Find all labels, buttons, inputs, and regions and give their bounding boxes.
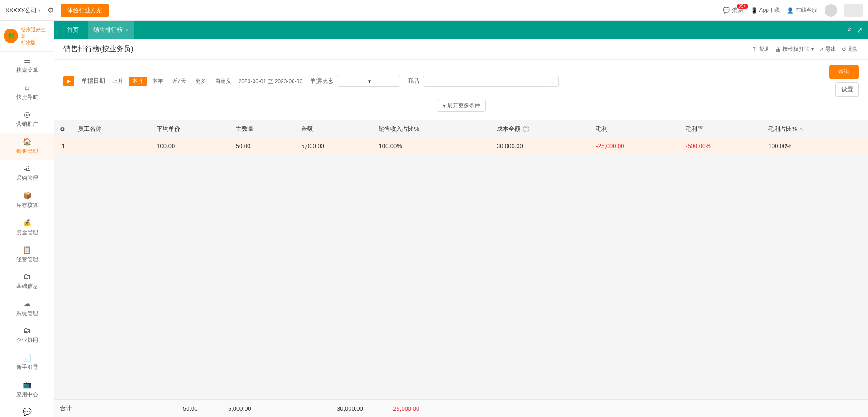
home-tab-label: 首页 bbox=[67, 26, 79, 34]
restore-window-btn[interactable]: ⤢ bbox=[857, 26, 863, 34]
date-filter: 单据日期 上月 本月 本年 近7天 更多 自定义 2023-06-01 至 20… bbox=[82, 77, 302, 86]
goods-filter: 商品 ... bbox=[408, 76, 559, 87]
table-row: 1 100.00 50.00 5,000.00 100.00% 30,000.0… bbox=[54, 138, 868, 154]
sidebar-item-label: 基础信息 bbox=[16, 283, 38, 290]
date-option-custom[interactable]: 自定义 bbox=[211, 77, 235, 86]
refresh-button[interactable]: ↺ 刷新 bbox=[842, 45, 859, 53]
online-service-label: 在线客服 bbox=[796, 6, 817, 14]
sidebar-item-guide[interactable]: 📄 新手引导 bbox=[0, 349, 54, 376]
tab-sales-rank[interactable]: 销售排行榜 × bbox=[88, 21, 134, 39]
operations-icon: 📋 bbox=[23, 245, 32, 254]
tab-home[interactable]: 首页 bbox=[60, 21, 86, 39]
sidebar-item-operations[interactable]: 📋 经营管理 bbox=[0, 241, 54, 268]
sidebar-item-purchase[interactable]: 🛍 采购管理 bbox=[0, 160, 54, 187]
refresh-icon: ↺ bbox=[842, 46, 846, 53]
sidebar-item-label: 企业协同 bbox=[16, 336, 38, 344]
col-name: 员工名称 bbox=[72, 120, 151, 138]
help-button[interactable]: ？ 帮助 bbox=[752, 45, 770, 53]
sidebar-item-quicknav[interactable]: ⌂ 快捷导航 bbox=[0, 79, 54, 105]
top-bar: XXXXX公司 ▾ ⚙ 体验行业方案 💬 消息 99+ 📱 App下载 👤 在线… bbox=[0, 0, 868, 21]
date-option-7days[interactable]: 近7天 bbox=[168, 77, 190, 86]
table-container: ⚙ 员工名称 平均单价 主数量 bbox=[54, 120, 868, 154]
col-settings[interactable]: ⚙ bbox=[54, 120, 72, 138]
home-icon: ⌂ bbox=[25, 83, 29, 91]
select-chevron-icon: ▾ bbox=[368, 78, 371, 85]
sidebar-item-label: 采购管理 bbox=[16, 174, 38, 182]
sidebar-item-system[interactable]: ☁ 系统管理 bbox=[0, 295, 54, 322]
avatar[interactable] bbox=[825, 4, 837, 17]
sidebar-item-basic[interactable]: 🗂 基础信息 bbox=[0, 268, 54, 295]
sidebar-item-appcenter[interactable]: 📺 应用中心 bbox=[0, 376, 54, 403]
print-dropdown-icon[interactable]: ▾ bbox=[811, 47, 814, 52]
top-bar-right: 💬 消息 99+ 📱 App下载 👤 在线客服 bbox=[723, 4, 863, 17]
print-button[interactable]: 🖨 按模板打印 ▾ bbox=[775, 45, 814, 53]
status-select[interactable]: ▾ bbox=[337, 76, 400, 87]
date-options: 上月 本月 本年 近7天 更多 自定义 bbox=[109, 77, 235, 86]
date-range: 2023-06-01 至 2023-06-30 bbox=[239, 78, 302, 86]
sidebar-item-collab[interactable]: 🗂 企业协同 bbox=[0, 322, 54, 349]
expand-down-icon: ▾ bbox=[443, 103, 446, 109]
sidebar: 🌿 畅康通好生意 标准版 ☰ 搜索菜单 ⌂ 快捷导航 ◎ 营销推广 🏠 销售管 bbox=[0, 21, 54, 417]
expand-row: ▾ 展开更多条件 bbox=[63, 97, 859, 115]
sidebar-item-label: 搜索菜单 bbox=[16, 67, 38, 74]
sidebar-item-label: 新手引导 bbox=[16, 364, 38, 371]
sidebar-item-inventory[interactable]: 📦 库存核算 bbox=[0, 187, 54, 214]
settings-icon-btn[interactable]: ⚙ bbox=[44, 4, 57, 17]
page-title: 销售排行榜(按业务员) bbox=[63, 44, 134, 54]
trial-button[interactable]: 体验行业方案 bbox=[61, 4, 109, 17]
expand-more-button[interactable]: ▾ 展开更多条件 bbox=[437, 100, 486, 112]
footer-profit: -25,000.00 bbox=[386, 405, 440, 412]
header-actions: ？ 帮助 🖨 按模板打印 ▾ ↗ 导出 bbox=[752, 45, 859, 53]
online-service-button[interactable]: 👤 在线客服 bbox=[787, 6, 817, 14]
sidebar-item-label: 资金管理 bbox=[16, 229, 38, 236]
notice-button[interactable]: 💬 消息 99+ bbox=[723, 6, 743, 14]
tab-close-icon[interactable]: × bbox=[125, 27, 129, 33]
cost-info-icon[interactable]: ? bbox=[523, 126, 529, 132]
col-cost-amount: 成本全额 ? bbox=[491, 120, 590, 138]
footer-cost-amount: 30,000.00 bbox=[331, 405, 386, 412]
filter-expand-arrow[interactable]: ▶ bbox=[63, 76, 74, 86]
avatar-name bbox=[844, 4, 863, 17]
footer-qty: 50.00 bbox=[177, 405, 223, 412]
logo-text: 畅康通好生意 标准版 bbox=[21, 26, 50, 46]
goods-more-icon[interactable]: ... bbox=[550, 78, 555, 85]
expand-more-label: 展开更多条件 bbox=[447, 102, 480, 110]
sidebar-item-marketing[interactable]: ◎ 营销推广 bbox=[0, 105, 54, 133]
app-download-button[interactable]: 📱 App下载 bbox=[751, 6, 780, 14]
export-icon: ↗ bbox=[819, 46, 824, 53]
sales-icon: 🏠 bbox=[23, 137, 32, 146]
notice-badge: 99+ bbox=[737, 4, 748, 9]
export-button[interactable]: ↗ 导出 bbox=[819, 45, 836, 53]
sidebar-item-sales[interactable]: 🏠 销售管理 bbox=[0, 133, 54, 160]
query-button[interactable]: 查询 bbox=[829, 65, 859, 79]
company-select[interactable]: XXXXX公司 ▾ bbox=[5, 6, 41, 14]
date-option-more[interactable]: 更多 bbox=[192, 77, 210, 86]
sidebar-item-label: 销售管理 bbox=[16, 148, 38, 155]
set-button[interactable]: 设置 bbox=[835, 82, 859, 97]
row-qty: 50.00 bbox=[230, 138, 296, 154]
sidebar-item-search[interactable]: ☰ 搜索菜单 bbox=[0, 52, 54, 79]
sidebar-item-wechat[interactable]: 💬 企业微信 bbox=[0, 403, 54, 417]
row-profit-pct: 100.00% bbox=[763, 138, 868, 154]
date-option-prev-month[interactable]: 上月 bbox=[109, 77, 127, 86]
filter-actions: 查询 设置 bbox=[829, 65, 859, 97]
help-icon: ？ bbox=[752, 45, 757, 53]
date-option-this-year[interactable]: 本年 bbox=[149, 77, 167, 86]
col-profit: 毛利 bbox=[590, 120, 680, 138]
sort-icon[interactable]: ⇅ bbox=[800, 127, 803, 132]
date-option-this-month[interactable]: 本月 bbox=[129, 77, 147, 86]
purchase-icon: 🛍 bbox=[24, 164, 31, 173]
page-inner: 销售排行榜(按业务员) ？ 帮助 🖨 按模板打印 ▾ bbox=[54, 39, 868, 154]
system-icon: ☁ bbox=[24, 299, 31, 308]
sidebar-logo: 🌿 畅康通好生意 标准版 bbox=[0, 21, 54, 52]
page-container: 销售排行榜(按业务员) ？ 帮助 🖨 按模板打印 ▾ bbox=[54, 39, 868, 417]
table-footer: 合计 50.00 5,000.00 30,000.00 -25,000.00 bbox=[54, 399, 868, 417]
footer-amount: 5,000.00 bbox=[223, 405, 277, 412]
goods-input[interactable]: ... bbox=[423, 76, 559, 87]
sidebar-item-finance[interactable]: 💰 资金管理 bbox=[0, 214, 54, 241]
goods-filter-label: 商品 bbox=[408, 77, 419, 85]
print-icon: 🖨 bbox=[775, 46, 781, 53]
search-menu-icon: ☰ bbox=[24, 56, 30, 65]
guide-icon: 📄 bbox=[23, 353, 32, 362]
close-window-btn[interactable]: × bbox=[847, 26, 851, 34]
